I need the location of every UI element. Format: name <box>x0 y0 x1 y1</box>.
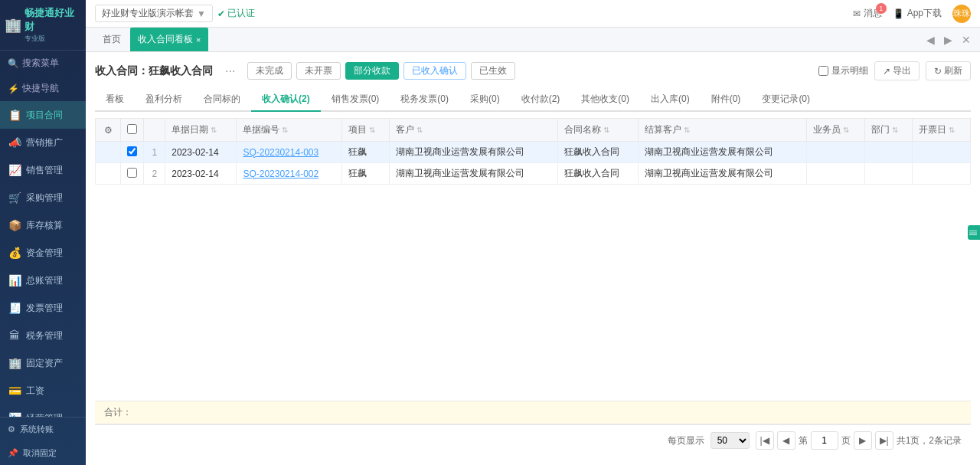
invoice-icon: 🧾 <box>8 301 21 315</box>
tab-home[interactable]: 首页 <box>95 28 129 51</box>
tab-prev-icon[interactable]: ◀ <box>923 32 938 47</box>
export-button[interactable]: ↗ 导出 <box>874 61 920 80</box>
subtab-in-out-warehouse[interactable]: 出入库(0) <box>640 88 701 112</box>
page-number-input[interactable] <box>811 431 838 450</box>
col-contract-name-sort-icon[interactable]: ⇅ <box>603 126 609 133</box>
status-tag-partial-payment[interactable]: 部分收款 <box>345 62 399 80</box>
sidebar-item-invoice[interactable]: 🧾 发票管理 <box>0 294 86 322</box>
status-tag-confirmed[interactable]: 已收入确认 <box>403 62 466 80</box>
status-tag-effective[interactable]: 已生效 <box>471 62 515 80</box>
subtab-attachment[interactable]: 附件(0) <box>701 88 752 112</box>
col-billing-date-sort-icon[interactable]: ⇅ <box>949 126 955 133</box>
refresh-button[interactable]: ↻ 刷新 <box>926 61 971 80</box>
sidebar-item-settings[interactable]: ⚙ 系统转账 <box>0 418 86 441</box>
logo-sub: 专业版 <box>24 34 81 44</box>
page-first-button[interactable]: |◀ <box>756 431 774 450</box>
tab-contract-board[interactable]: 收入合同看板 × <box>130 28 208 51</box>
subtab-sales-invoice[interactable]: 销售发票(0) <box>321 88 390 112</box>
message-button[interactable]: ✉ 消息 1 <box>853 7 882 20</box>
col-settlement-customer[interactable]: 结算客户 ⇅ <box>639 119 807 142</box>
page-prev-button[interactable]: ◀ <box>777 431 795 450</box>
user-menu-button[interactable]: 珠珠 <box>952 5 971 23</box>
sidebar-item-biz[interactable]: 📉 经营管理 <box>0 404 86 417</box>
page-next-button[interactable]: ▶ <box>854 431 872 450</box>
sidebar-finance-label: 资金管理 <box>26 247 63 260</box>
subtab-other-income[interactable]: 其他收支(0) <box>570 88 640 112</box>
subtab-payment[interactable]: 收付款(2) <box>511 88 571 112</box>
col-department-sort-icon[interactable]: ⇅ <box>892 126 898 133</box>
col-contract-name[interactable]: 合同名称 ⇅ <box>557 119 639 142</box>
subtab-purchase[interactable]: 采购(0) <box>459 88 511 112</box>
sidebar-item-general[interactable]: 📊 总账管理 <box>0 267 86 294</box>
show-detail-checkbox[interactable] <box>818 66 828 76</box>
subtab-profit[interactable]: 盈利分析 <box>135 88 193 112</box>
col-order-no[interactable]: 单据编号 ⇅ <box>237 119 342 142</box>
row-checkbox-cell[interactable] <box>121 163 144 185</box>
table-row: 2 2023-02-14 SQ-20230214-002 狂飙 湖南卫视商业运营… <box>96 163 971 185</box>
col-customer-sort-icon[interactable]: ⇅ <box>416 126 423 133</box>
app-download-button[interactable]: 📱 App下载 <box>893 7 942 20</box>
sidebar-item-sales[interactable]: 📈 销售管理 <box>0 156 86 184</box>
subtab-kanban[interactable]: 看板 <box>95 88 135 112</box>
col-salesperson[interactable]: 业务员 ⇅ <box>807 119 865 142</box>
status-tag-uninvoiced[interactable]: 未开票 <box>296 62 341 80</box>
sidebar-item-marketing[interactable]: 📣 营销推广 <box>0 129 86 156</box>
subtab-revenue-confirm[interactable]: 收入确认(2) <box>251 88 321 112</box>
col-department[interactable]: 部门 ⇅ <box>865 119 913 142</box>
subtab-tax-invoice[interactable]: 税务发票(0) <box>390 88 459 112</box>
sidebar-item-quicknav[interactable]: ⚡ 快捷导航 <box>0 76 86 101</box>
row-order-no-cell[interactable]: SQ-20230214-003 <box>237 142 342 163</box>
row-checkbox[interactable] <box>127 146 137 156</box>
row-checkbox[interactable] <box>127 168 137 178</box>
sidebar-item-finance[interactable]: 💰 资金管理 <box>0 239 86 267</box>
sidebar-item-tax[interactable]: 🏛 税务管理 <box>0 322 86 349</box>
sidebar-biz-label: 经营管理 <box>26 412 63 418</box>
sidebar-item-inventory[interactable]: 📦 库存核算 <box>0 211 86 239</box>
row-billing-date-cell <box>912 163 970 185</box>
row-checkbox-cell[interactable] <box>121 142 144 163</box>
select-all-checkbox[interactable] <box>127 124 137 134</box>
tab-close-all-icon[interactable]: ✕ <box>959 32 974 47</box>
sidebar-item-hr[interactable]: 💳 工资 <box>0 377 86 404</box>
col-project[interactable]: 项目 ⇅ <box>341 119 389 142</box>
col-date-sort-icon[interactable]: ⇅ <box>211 126 217 133</box>
phone-icon: 📱 <box>893 8 904 19</box>
row-order-no-cell[interactable]: SQ-20230214-002 <box>237 163 342 185</box>
col-project-sort-icon[interactable]: ⇅ <box>369 126 375 133</box>
sidebar-item-search[interactable]: 🔍 搜索菜单 <box>0 51 86 76</box>
sidebar-item-asset[interactable]: 🏢 固定资产 <box>0 349 86 377</box>
subtab-subject[interactable]: 合同标的 <box>193 88 251 112</box>
tab-next-icon[interactable]: ▶ <box>941 32 956 47</box>
sidebar: 🏢 畅捷通好业财 专业版 🔍 搜索菜单 ⚡ 快捷导航 📋 项目合同 📣 营销推广… <box>0 0 86 465</box>
sidebar-item-cancel-pin[interactable]: 📌 取消固定 <box>0 441 86 465</box>
avatar-text: 珠珠 <box>953 8 970 19</box>
sidebar-item-project[interactable]: 📋 项目合同 <box>0 101 86 129</box>
gear-icon[interactable]: ⚙ <box>104 125 113 136</box>
col-settlement-sort-icon[interactable]: ⇅ <box>684 126 690 133</box>
row-order-no-link[interactable]: SQ-20230214-003 <box>243 147 318 158</box>
company-selector[interactable]: 好业财专业版演示帐套 ▼ <box>95 5 213 22</box>
logo-text: 畅捷通好业财 <box>24 6 81 34</box>
show-detail-toggle[interactable]: 显示明细 <box>818 61 868 80</box>
biz-icon: 📉 <box>8 411 21 417</box>
tab-close-icon[interactable]: × <box>196 35 201 44</box>
col-billing-date[interactable]: 开票日 ⇅ <box>912 119 970 142</box>
col-salesperson-sort-icon[interactable]: ⇅ <box>843 126 849 133</box>
sidebar-item-purchase[interactable]: 🛒 采购管理 <box>0 184 86 211</box>
col-date[interactable]: 单据日期 ⇅ <box>165 119 237 142</box>
page-size-selector[interactable]: 20 50 100 200 <box>710 432 750 449</box>
contract-more-button[interactable]: ··· <box>222 64 238 78</box>
subtab-change-log[interactable]: 变更记录(0) <box>751 88 821 112</box>
col-order-no-sort-icon[interactable]: ⇅ <box>282 126 288 133</box>
row-actions-cell <box>96 142 121 163</box>
sales-icon: 📈 <box>8 163 21 177</box>
col-customer[interactable]: 客户 ⇅ <box>389 119 557 142</box>
row-order-no-link[interactable]: SQ-20230214-002 <box>243 169 318 179</box>
logo: 🏢 畅捷通好业财 专业版 <box>0 0 86 51</box>
col-checkbox-all[interactable] <box>121 119 144 142</box>
page-last-button[interactable]: ▶| <box>875 431 893 450</box>
page-size-select[interactable]: 20 50 100 200 <box>710 432 750 449</box>
right-panel-toggle[interactable]: ||| <box>968 225 980 241</box>
export-label: 导出 <box>893 64 911 77</box>
status-tag-incomplete[interactable]: 未完成 <box>247 62 292 80</box>
